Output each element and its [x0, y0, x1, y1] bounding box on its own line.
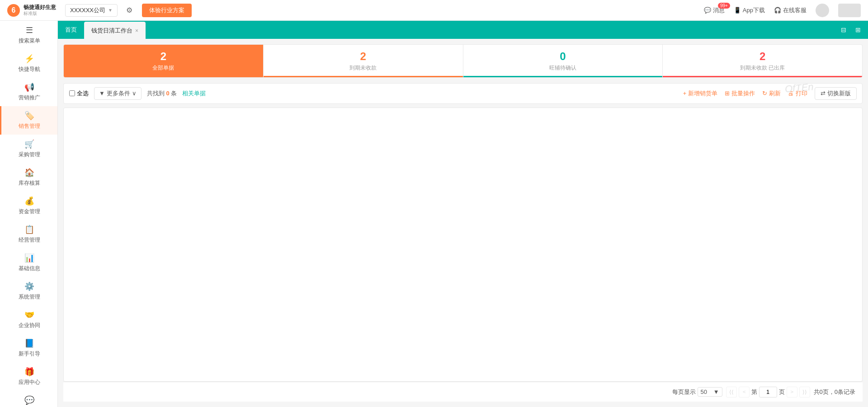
online-service-label: 在线客服	[783, 6, 807, 14]
card-indicator-overdue	[264, 76, 463, 77]
page-input[interactable]	[759, 387, 777, 398]
per-page-arrow: ▼	[713, 388, 719, 395]
sidebar-label-app-center: 应用中心	[19, 379, 40, 386]
prev-page-button[interactable]: ＜	[739, 387, 750, 398]
sidebar-label-operations: 经营管理	[19, 236, 40, 244]
card-num-all: 2	[73, 50, 254, 63]
card-indicator-all	[64, 76, 263, 77]
sidebar-item-sales-mgmt[interactable]: 🏷️ 销售管理	[0, 106, 57, 135]
card-num-pending: 0	[472, 50, 654, 63]
related-records-button[interactable]: 相关单据	[182, 89, 206, 98]
search-menu-icon: ☰	[26, 25, 33, 35]
summary-card-pending[interactable]: 0 旺辅待确认	[463, 45, 663, 77]
more-filter-label: 更多条件	[107, 89, 130, 98]
tab-home[interactable]: 首页	[58, 21, 84, 39]
sidebar-label-finance: 资金管理	[19, 208, 40, 215]
main-layout: ☰ 搜索菜单 ⚡ 快捷导航 📢 营销推广 🏷️ 销售管理 🛒 采购管理 🏠 库存…	[0, 21, 868, 407]
settings-button[interactable]: ⚙	[122, 3, 137, 18]
select-all-input[interactable]	[69, 90, 75, 96]
avatar[interactable]	[816, 4, 829, 17]
card-label-pending: 旺辅待确认	[472, 64, 654, 72]
app-name-sub: 标准版	[24, 11, 56, 16]
user-name-display[interactable]	[838, 4, 861, 17]
add-sales-order-button[interactable]: + 新增销货单	[683, 89, 717, 98]
last-page-button[interactable]: ⟩⟩	[799, 387, 810, 398]
batch-icon: ⊞	[725, 90, 730, 97]
tab-current[interactable]: 钱货日清工作台 ×	[84, 22, 146, 40]
sidebar-label-sales-mgmt: 销售管理	[19, 122, 40, 130]
app-download-label: App下载	[743, 6, 765, 14]
messages-button[interactable]: 💬 消息 99+	[704, 6, 725, 14]
sidebar-label-enterprise: 企业协同	[19, 322, 40, 329]
sidebar-item-wechat-biz[interactable]: 💬 企业微信	[0, 391, 57, 407]
first-page-button[interactable]: ⟨⟨	[726, 387, 737, 398]
logo-area: 6 畅捷通好生意 标准版	[7, 4, 65, 17]
sidebar-item-finance[interactable]: 💰 资金管理	[0, 192, 57, 220]
logo-icon: 6	[7, 4, 20, 17]
select-all-checkbox[interactable]: 全选	[69, 89, 89, 98]
app-center-icon: 🎁	[24, 367, 34, 377]
top-header: 6 畅捷通好生意 标准版 XXXXXX公司 ▼ ⚙ 体验行业方案 💬 消息 99…	[0, 0, 868, 21]
batch-operation-button[interactable]: ⊞ 批量操作	[725, 89, 755, 98]
sidebar-item-inventory[interactable]: 🏠 库存核算	[0, 163, 57, 192]
quick-nav-icon: ⚡	[24, 54, 34, 64]
card-num-overdue: 2	[273, 50, 454, 63]
sidebar-item-enterprise[interactable]: 🤝 企业协同	[0, 305, 57, 334]
filter-icon: ▼	[99, 90, 105, 97]
finance-icon: 💰	[24, 196, 34, 206]
basic-info-icon: 📊	[24, 253, 34, 263]
sidebar-label-sys-mgmt: 系统管理	[19, 293, 40, 301]
summary-card-overdue[interactable]: 2 到期未收款	[264, 45, 463, 77]
tab-minimize-button[interactable]: ⊟	[838, 25, 849, 34]
page-content: 2 全部单据 2 到期未收款 0 旺辅待确认 2 到期未收款 已出库	[58, 39, 868, 407]
download-icon: 📱	[734, 7, 741, 14]
select-all-label: 全选	[77, 89, 89, 98]
sidebar-item-search-menu[interactable]: ☰ 搜索菜单	[0, 21, 57, 49]
per-page-input[interactable]: 50 ▼	[698, 387, 722, 397]
page-nav: ⟨⟨ ＜ 第 页 ＞ ⟩⟩	[726, 387, 810, 398]
sales-mgmt-icon: 🏷️	[24, 111, 34, 121]
page-label: 第	[751, 388, 757, 396]
page-summary: 共0页，0条记录	[814, 388, 855, 396]
sidebar: ☰ 搜索菜单 ⚡ 快捷导航 📢 营销推广 🏷️ 销售管理 🛒 采购管理 🏠 库存…	[0, 21, 58, 407]
found-prefix: 共找到	[147, 90, 165, 97]
card-label-out: 到期未收款 已出库	[672, 64, 853, 72]
trial-button[interactable]: 体验行业方案	[142, 4, 192, 17]
switch-version-button[interactable]: ⇄ 切换新版	[815, 87, 857, 100]
sidebar-item-app-center[interactable]: 🎁 应用中心	[0, 362, 57, 391]
sidebar-item-basic-info[interactable]: 📊 基础信息	[0, 248, 57, 277]
found-unit: 条	[171, 90, 177, 97]
sidebar-item-purchase-mgmt[interactable]: 🛒 采购管理	[0, 135, 57, 163]
per-page-value: 50	[701, 388, 707, 395]
next-page-button[interactable]: ＞	[787, 387, 797, 398]
marketing-icon: 📢	[24, 82, 34, 92]
batch-label: 批量操作	[731, 89, 755, 98]
company-selector[interactable]: XXXXXX公司 ▼	[65, 4, 118, 17]
sidebar-item-sys-mgmt[interactable]: ⚙️ 系统管理	[0, 277, 57, 305]
card-label-all: 全部单据	[73, 64, 254, 72]
message-icon: 💬	[704, 7, 711, 14]
sidebar-item-operations[interactable]: 📋 经营管理	[0, 220, 57, 248]
tab-maximize-button[interactable]: ⊞	[853, 25, 863, 34]
switch-icon: ⇄	[821, 90, 826, 97]
content-area: 首页 钱货日清工作台 × ⊟ ⊞ 2 全部单据 2	[58, 21, 868, 407]
sidebar-item-quick-nav[interactable]: ⚡ 快捷导航	[0, 49, 57, 78]
refresh-button[interactable]: ↻ 刷新	[762, 89, 781, 98]
tab-bar: 首页 钱货日清工作台 × ⊟ ⊞	[58, 21, 868, 39]
summary-cards: 2 全部单据 2 到期未收款 0 旺辅待确认 2 到期未收款 已出库	[63, 44, 863, 78]
more-filter-button[interactable]: ▼ 更多条件 ∨	[94, 87, 142, 100]
summary-card-all[interactable]: 2 全部单据	[64, 45, 264, 77]
print-icon: 🖨	[788, 90, 794, 97]
found-count: 0	[166, 90, 170, 97]
sidebar-label-marketing: 营销推广	[19, 94, 40, 102]
print-button[interactable]: 🖨 打印	[788, 89, 807, 98]
online-service-button[interactable]: 🎧 在线客服	[774, 6, 807, 14]
tab-close-button[interactable]: ×	[135, 28, 138, 34]
summary-card-out[interactable]: 2 到期未收款 已出库	[663, 45, 862, 77]
card-num-out: 2	[672, 50, 853, 63]
per-page-select[interactable]: 每页显示 50 ▼	[672, 387, 722, 397]
app-download-button[interactable]: 📱 App下载	[734, 6, 765, 14]
sidebar-item-marketing[interactable]: 📢 营销推广	[0, 78, 57, 106]
sys-mgmt-icon: ⚙️	[24, 281, 34, 291]
sidebar-item-guide[interactable]: 📘 新手引导	[0, 334, 57, 362]
